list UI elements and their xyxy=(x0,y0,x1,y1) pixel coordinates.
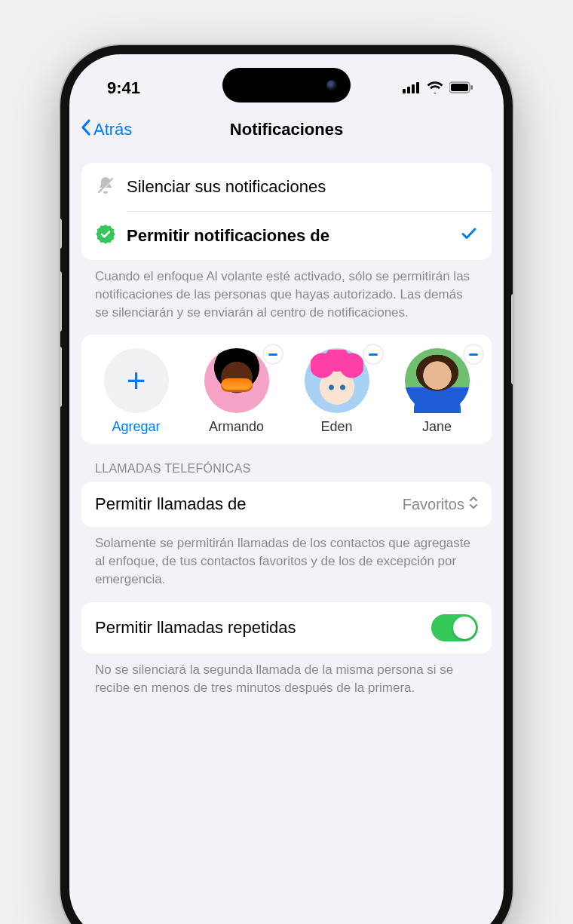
svg-rect-3 xyxy=(416,82,419,93)
silence-notifications-row[interactable]: Silenciar sus notificaciones xyxy=(81,163,492,211)
allow-notifications-row[interactable]: Permitir notificaciones de xyxy=(81,212,492,260)
allow-calls-footer: Solamente se permitirán llamadas de los … xyxy=(81,527,492,601)
remove-badge-icon[interactable] xyxy=(363,344,384,365)
side-button xyxy=(511,294,513,384)
svg-rect-5 xyxy=(451,84,468,91)
screen: 9:41 Atrás Notificaciones xyxy=(69,54,504,924)
calls-section-header: LLAMADAS TELEFÓNICAS xyxy=(81,444,492,482)
allow-calls-from-label: Permitir llamadas de xyxy=(95,494,392,514)
bell-slash-icon xyxy=(95,175,116,199)
plus-icon: + xyxy=(104,348,169,413)
up-down-chevron-icon xyxy=(469,495,478,514)
wifi-icon xyxy=(427,78,443,98)
notification-mode-card: Silenciar sus notificaciones Permitir no… xyxy=(81,163,492,260)
checkmark-icon xyxy=(460,225,478,247)
repeat-calls-footer: No se silenciará la segunda llamada de l… xyxy=(81,653,492,711)
status-time: 9:41 xyxy=(107,78,140,98)
svg-rect-0 xyxy=(403,89,406,93)
dynamic-island xyxy=(222,68,351,102)
back-button[interactable]: Atrás xyxy=(80,118,132,141)
repeat-calls-row: Permitir llamadas repetidas xyxy=(81,602,492,653)
person-jane[interactable]: Jane xyxy=(391,348,483,435)
svg-rect-2 xyxy=(412,84,415,93)
checkmark-seal-icon xyxy=(95,224,116,248)
person-armando[interactable]: Armando xyxy=(191,348,282,435)
repeat-calls-toggle[interactable] xyxy=(431,614,478,641)
add-label: Agregar xyxy=(112,419,160,435)
person-name: Armando xyxy=(209,419,264,435)
avatar xyxy=(305,348,369,413)
allow-calls-from-row[interactable]: Permitir llamadas de Favoritos xyxy=(81,482,492,527)
chevron-left-icon xyxy=(80,118,92,141)
mode-footer-text: Cuando el enfoque Al volante esté activa… xyxy=(81,260,492,335)
front-camera xyxy=(326,80,337,90)
battery-icon xyxy=(449,78,473,98)
svg-rect-1 xyxy=(407,87,410,93)
ringer-switch xyxy=(60,219,62,249)
volume-down-button xyxy=(60,347,62,407)
person-name: Eden xyxy=(320,419,352,435)
avatar xyxy=(204,348,269,413)
add-person-button[interactable]: + Agregar xyxy=(90,348,182,435)
allow-notifications-label: Permitir notificaciones de xyxy=(127,226,449,246)
cellular-icon xyxy=(403,78,421,98)
allow-calls-from-value: Favoritos xyxy=(403,496,464,513)
volume-up-button xyxy=(60,271,62,332)
page-title: Notificaciones xyxy=(230,120,343,139)
nav-bar: Atrás Notificaciones xyxy=(69,107,504,152)
back-label: Atrás xyxy=(93,120,132,139)
phone-device-frame: 9:41 Atrás Notificaciones xyxy=(60,45,513,924)
person-name: Jane xyxy=(422,419,452,435)
remove-badge-icon[interactable] xyxy=(262,344,283,365)
remove-badge-icon[interactable] xyxy=(463,344,484,365)
allowed-people-card: + Agregar Armando Eden Jane xyxy=(81,335,492,444)
repeat-calls-card: Permitir llamadas repetidas xyxy=(81,602,492,653)
allow-calls-card: Permitir llamadas de Favoritos xyxy=(81,482,492,527)
person-eden[interactable]: Eden xyxy=(291,348,382,435)
svg-rect-6 xyxy=(471,85,473,90)
silence-notifications-label: Silenciar sus notificaciones xyxy=(127,177,478,197)
repeat-calls-label: Permitir llamadas repetidas xyxy=(95,618,421,638)
avatar xyxy=(405,348,470,413)
